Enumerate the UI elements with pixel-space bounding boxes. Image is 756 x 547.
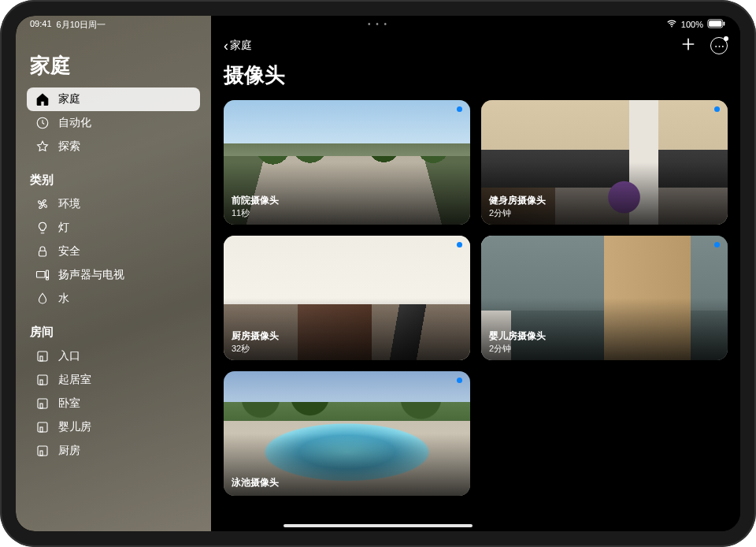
svg-point-9 — [46, 277, 48, 278]
status-bar: 09:41 6月10日周一 • • • 100% — [16, 16, 740, 33]
camera-tile-gym[interactable]: 健身房摄像头2分钟 — [481, 100, 728, 225]
sidebar-item-nursery-room[interactable]: 婴儿房 — [27, 415, 200, 439]
svg-point-0 — [671, 26, 673, 28]
sidebar-item-label: 厨房 — [58, 444, 80, 458]
sidebar-item-automation[interactable]: 自动化 — [27, 111, 200, 135]
camera-name: 婴儿房摄像头 — [489, 330, 546, 341]
camera-label: 婴儿房摄像头2分钟 — [489, 330, 546, 354]
sidebar-item-kitchen-room[interactable]: 厨房 — [27, 439, 200, 463]
camera-time: 2分钟 — [489, 343, 546, 354]
sidebar-item-home[interactable]: 家庭 — [27, 87, 200, 111]
camera-grid: 前院摄像头11秒健身房摄像头2分钟厨房摄像头32秒婴儿房摄像头2分钟泳池摄像头 — [224, 100, 728, 496]
sidebar-section-header: 房间 — [27, 325, 200, 340]
camera-label: 泳池摄像头 — [232, 477, 279, 489]
sidebar-item-discover[interactable]: 探索 — [27, 135, 200, 158]
recording-indicator-icon — [457, 106, 462, 112]
chevron-left-icon: ‹ — [224, 39, 228, 53]
camera-tile-nursery[interactable]: 婴儿房摄像头2分钟 — [481, 236, 728, 360]
sidebar-item-label: 灯 — [58, 221, 69, 235]
tv-speaker-icon — [35, 267, 50, 283]
add-button[interactable] — [680, 36, 696, 56]
back-label: 家庭 — [230, 39, 252, 53]
battery-icon — [707, 19, 726, 30]
page-title: 摄像头 — [224, 61, 728, 89]
sidebar-item-label: 家庭 — [58, 92, 80, 106]
drop-icon — [35, 291, 50, 307]
topbar: ‹ 家庭 ⋯ — [224, 35, 728, 57]
multitask-dots-icon[interactable]: • • • — [368, 20, 388, 28]
sidebar-item-lights[interactable]: 灯 — [27, 216, 200, 240]
sidebar-item-label: 入口 — [58, 349, 80, 363]
sidebar-item-climate[interactable]: 环境 — [27, 192, 200, 216]
ipad-frame: 09:41 6月10日周一 • • • 100% 家庭 家庭自动化探索 类别环境… — [0, 0, 756, 547]
camera-tile-kitchen[interactable]: 厨房摄像头32秒 — [224, 236, 470, 360]
main-content: ‹ 家庭 ⋯ 摄像头 前院摄像头11秒健身房摄像头2分钟厨房摄像头32秒婴儿房摄… — [211, 16, 740, 531]
back-button[interactable]: ‹ 家庭 — [224, 39, 252, 53]
sidebar-item-bedroom[interactable]: 卧室 — [27, 392, 200, 415]
room-icon — [35, 396, 50, 411]
svg-rect-2 — [709, 20, 721, 27]
camera-label: 健身房摄像头2分钟 — [489, 195, 546, 218]
camera-time: 32秒 — [232, 343, 279, 354]
room-icon — [35, 372, 50, 388]
camera-time: 11秒 — [232, 207, 279, 218]
svg-rect-13 — [40, 380, 43, 385]
home-indicator[interactable] — [284, 524, 472, 527]
sidebar-item-water[interactable]: 水 — [27, 287, 200, 311]
svg-rect-3 — [724, 21, 725, 25]
screen: 09:41 6月10日周一 • • • 100% 家庭 家庭自动化探索 类别环境… — [16, 16, 740, 531]
battery-text: 100% — [681, 20, 703, 29]
svg-rect-15 — [40, 404, 43, 408]
camera-name: 厨房摄像头 — [232, 330, 279, 341]
sidebar-item-entry[interactable]: 入口 — [27, 344, 200, 368]
camera-name: 健身房摄像头 — [489, 195, 546, 206]
wifi-icon — [666, 18, 677, 31]
recording-indicator-icon — [714, 106, 720, 112]
sidebar-item-label: 水 — [58, 292, 69, 306]
sidebar-item-label: 自动化 — [58, 116, 91, 130]
svg-rect-11 — [40, 356, 43, 361]
camera-tile-pool[interactable]: 泳池摄像头 — [224, 371, 470, 496]
more-button[interactable]: ⋯ — [710, 37, 728, 54]
sidebar-item-label: 安全 — [58, 244, 80, 259]
home-icon — [35, 91, 50, 107]
clock-check-icon — [35, 115, 50, 131]
camera-tile-frontyard[interactable]: 前院摄像头11秒 — [224, 100, 470, 225]
fan-icon — [35, 196, 50, 212]
sidebar-item-security[interactable]: 安全 — [27, 240, 200, 263]
sidebar-title: 家庭 — [27, 52, 200, 80]
sidebar-item-label: 扬声器与电视 — [58, 268, 124, 282]
recording-indicator-icon — [714, 242, 720, 247]
sidebar-item-label: 起居室 — [58, 373, 91, 387]
sidebar-item-label: 卧室 — [58, 396, 80, 411]
sidebar-item-label: 探索 — [58, 140, 80, 154]
camera-label: 前院摄像头11秒 — [232, 195, 279, 218]
sidebar-item-speakers[interactable]: 扬声器与电视 — [27, 263, 200, 287]
lock-icon — [35, 244, 50, 259]
status-time: 09:41 — [30, 19, 52, 31]
sidebar: 家庭 家庭自动化探索 类别环境灯安全扬声器与电视水房间入口起居室卧室婴儿房厨房 — [16, 16, 211, 531]
svg-rect-19 — [40, 451, 43, 456]
room-icon — [35, 348, 50, 364]
recording-indicator-icon — [457, 242, 462, 247]
bulb-icon — [35, 220, 50, 236]
camera-name: 前院摄像头 — [232, 195, 279, 206]
svg-rect-7 — [37, 272, 46, 278]
recording-indicator-icon — [457, 378, 462, 383]
camera-label: 厨房摄像头32秒 — [232, 330, 279, 354]
sidebar-section-header: 类别 — [27, 173, 200, 188]
svg-rect-6 — [39, 251, 46, 256]
svg-rect-17 — [40, 427, 43, 432]
sidebar-item-living[interactable]: 起居室 — [27, 368, 200, 392]
camera-time: 2分钟 — [489, 207, 546, 218]
sidebar-item-label: 婴儿房 — [58, 420, 91, 434]
room-icon — [35, 443, 50, 459]
camera-name: 泳池摄像头 — [232, 477, 279, 488]
status-date: 6月10日周一 — [57, 19, 106, 31]
room-icon — [35, 419, 50, 435]
sidebar-item-label: 环境 — [58, 197, 80, 211]
star-icon — [35, 139, 50, 154]
